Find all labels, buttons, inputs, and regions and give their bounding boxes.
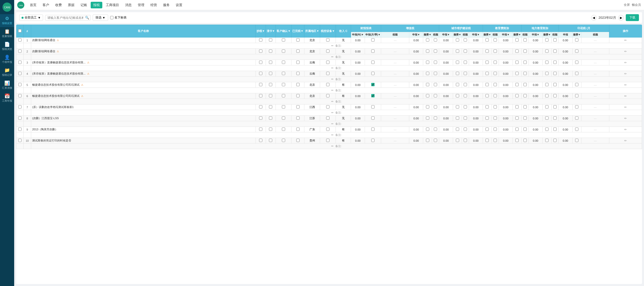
df-fei2-checkbox[interactable] xyxy=(553,139,557,142)
vip-btn[interactable]: 畅会员 xyxy=(632,3,641,7)
df-fei2-cell[interactable] xyxy=(551,93,558,99)
jy-shen-checkbox[interactable] xyxy=(485,105,489,109)
caibao-year-cell[interactable] xyxy=(365,104,381,110)
select-all-checkbox[interactable] xyxy=(18,29,22,32)
sidebar-item-tax-view[interactable]: 📄 报税浏览 xyxy=(0,40,14,53)
zengzhi-fei-cell[interactable] xyxy=(432,93,439,99)
jy-shen2-checkbox[interactable] xyxy=(515,61,519,64)
qingka-checkbox[interactable] xyxy=(269,94,272,97)
cs-shen-cell[interactable] xyxy=(453,104,462,110)
zengzhi-fei-checkbox[interactable] xyxy=(434,83,437,86)
chaoshui-cell[interactable] xyxy=(256,116,266,121)
cs-shen-checkbox[interactable] xyxy=(456,49,459,53)
chaoshui-checkbox[interactable] xyxy=(259,139,262,142)
employee-select[interactable]: 全部员工 ▼ xyxy=(19,14,43,21)
zengzhi-fei-cell[interactable] xyxy=(432,82,439,88)
jy-shen-cell[interactable] xyxy=(483,116,492,121)
qingka-checkbox[interactable] xyxy=(269,72,272,75)
sub-jy-fei[interactable]: 撤费▼ xyxy=(483,32,492,38)
yh-shen-checkbox[interactable] xyxy=(575,94,578,97)
chaoshui-checkbox[interactable] xyxy=(259,116,262,120)
cs-fei-checkbox[interactable] xyxy=(464,72,467,75)
jy-shen-cell[interactable] xyxy=(483,93,492,99)
chaoshui-cell[interactable] xyxy=(256,82,266,88)
zengzhi-fei-cell[interactable] xyxy=(432,127,439,132)
jy-shen2-cell[interactable] xyxy=(513,138,521,144)
df-fei2-checkbox[interactable] xyxy=(553,116,557,120)
qingka-cell[interactable] xyxy=(266,138,276,144)
jy-shen-checkbox[interactable] xyxy=(485,139,489,142)
cs-fei-checkbox[interactable] xyxy=(464,94,467,97)
nav-accounting[interactable]: 记账 xyxy=(78,2,90,8)
chaoshui-checkbox[interactable] xyxy=(259,49,262,53)
chaoshui-cell[interactable] xyxy=(256,138,266,144)
zengzhi-shen-checkbox[interactable] xyxy=(426,128,429,131)
df-shen-checkbox[interactable] xyxy=(545,38,549,42)
next-month-btn[interactable]: ▶ xyxy=(618,15,624,21)
jy-shen-checkbox[interactable] xyxy=(485,83,489,86)
edit-icon[interactable]: ✏ xyxy=(624,105,627,109)
yh-shen-cell[interactable] xyxy=(572,116,581,121)
cs-fei-cell[interactable] xyxy=(462,93,469,99)
df-shen-cell[interactable] xyxy=(542,60,551,65)
sub-caibao-month[interactable]: 申报(月/季)▼ xyxy=(365,32,381,38)
col-wanshuai[interactable]: 已完税▼ xyxy=(291,25,304,38)
device-cell[interactable] xyxy=(320,49,336,54)
qingka-cell[interactable] xyxy=(266,49,276,54)
jy-fei-cell[interactable] xyxy=(492,71,499,77)
row-checkbox-cell[interactable] xyxy=(16,127,24,132)
cs-fei-checkbox[interactable] xyxy=(464,83,467,86)
sub-yh-fei[interactable]: 撤费▼ xyxy=(572,32,581,38)
wanshuai-cell[interactable] xyxy=(291,60,304,65)
zengzhi-fei-checkbox[interactable] xyxy=(434,94,437,97)
edit-icon[interactable]: ✏ xyxy=(624,117,627,120)
caibao-year-checkbox[interactable] xyxy=(371,72,375,75)
df-shen-cell[interactable] xyxy=(542,138,551,144)
cs-fei-checkbox[interactable] xyxy=(464,116,467,120)
wanshuai-cell[interactable] xyxy=(291,82,304,88)
qingka-cell[interactable] xyxy=(266,116,276,121)
df-fei-cell[interactable] xyxy=(521,104,529,110)
yh-shen-checkbox[interactable] xyxy=(575,128,578,131)
device-checkbox[interactable] xyxy=(326,128,329,131)
qingka-checkbox[interactable] xyxy=(269,116,272,120)
action-cell[interactable]: ✏ xyxy=(609,82,642,88)
df-shen-cell[interactable] xyxy=(542,127,551,132)
df-shen-cell[interactable] xyxy=(542,49,551,54)
action-cell[interactable]: ✏ xyxy=(609,104,642,110)
jy-shen2-checkbox[interactable] xyxy=(515,49,519,53)
cs-fei-checkbox[interactable] xyxy=(464,139,467,142)
nav-invoice[interactable]: 票据 xyxy=(65,2,77,8)
cs-shen-checkbox[interactable] xyxy=(456,105,459,109)
nav-billing[interactable]: 收费 xyxy=(53,2,64,8)
jy-fei-cell[interactable] xyxy=(492,60,499,65)
jy-shen2-cell[interactable] xyxy=(513,116,521,121)
df-fei-checkbox[interactable] xyxy=(523,94,527,97)
device-checkbox[interactable] xyxy=(326,105,329,109)
jy-fei-checkbox[interactable] xyxy=(494,72,497,75)
df-fei-cell[interactable] xyxy=(521,127,529,132)
sub-cs-fei[interactable]: 撤费▼ xyxy=(453,32,462,38)
edit-icon[interactable]: ✏ xyxy=(624,83,627,87)
df-fei-checkbox[interactable] xyxy=(523,38,527,42)
zengzhi-fei-checkbox[interactable] xyxy=(434,72,437,75)
nav-message[interactable]: 消息 xyxy=(123,2,134,8)
caibao-year-checkbox[interactable] xyxy=(371,128,375,131)
caibao-year-cell[interactable] xyxy=(365,116,381,121)
sub-cs-shen2[interactable]: 申报▼ xyxy=(469,32,483,38)
cs-shen-checkbox[interactable] xyxy=(456,94,459,97)
df-shen-checkbox[interactable] xyxy=(545,94,549,97)
yh-shen-checkbox[interactable] xyxy=(575,139,578,142)
cs-fei-cell[interactable] xyxy=(462,116,469,121)
zengzhi-shen-cell[interactable] xyxy=(423,60,432,65)
yh-shen-cell[interactable] xyxy=(572,82,581,88)
action-cell[interactable]: ✏ xyxy=(609,49,642,54)
jy-fei-checkbox[interactable] xyxy=(494,61,497,64)
row-checkbox-cell[interactable] xyxy=(16,104,24,110)
queren-cell[interactable] xyxy=(276,38,291,43)
chaoshui-checkbox[interactable] xyxy=(259,105,262,109)
df-fei-cell[interactable] xyxy=(521,71,529,77)
chaoshui-cell[interactable] xyxy=(256,49,266,54)
row-checkbox[interactable] xyxy=(18,94,22,97)
jy-fei-checkbox[interactable] xyxy=(494,38,497,42)
